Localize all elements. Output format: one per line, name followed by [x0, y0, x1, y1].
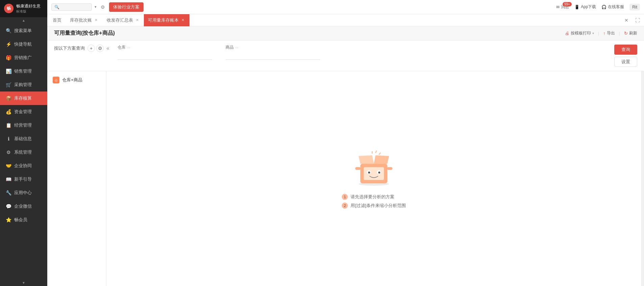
refresh-button[interactable]: ↻ 刷新 [624, 30, 637, 36]
sidebar-item-purchase[interactable]: 🛒 采购管理 [0, 78, 47, 92]
app-icon: 📱 [574, 5, 579, 9]
service-button[interactable]: 🎧 在线客服 [601, 4, 624, 10]
tab-in-out-summary-close[interactable]: ✕ [135, 18, 139, 23]
tab-in-out-summary[interactable]: 收发存汇总表 ✕ [103, 14, 144, 26]
sidebar-scroll-up[interactable]: ▲ [0, 17, 47, 24]
empty-hint-2: 2 用[过滤]条件来缩小分析范围 [342, 203, 406, 209]
sidebar-item-appcenter-label: 应用中心 [14, 190, 32, 196]
industry-solution-button[interactable]: 体验行业方案 [109, 2, 144, 12]
message-button[interactable]: ✉ 消息 99+ [556, 4, 569, 10]
tabs-window-controls: ✕ ⛶ [622, 16, 643, 24]
settings-button[interactable]: 设置 [614, 57, 637, 67]
sidebar-logo: 畅 [4, 4, 14, 13]
goods-ellipsis-btn[interactable]: ··· [235, 45, 238, 50]
query-area: 按以下方案查询 + ⚙ « 仓库 ··· 商品 [47, 41, 644, 71]
sidebar-item-guide[interactable]: 📖 新手引导 [0, 173, 47, 186]
hint-text-2: 用[过滤]条件来缩小分析范围 [351, 203, 406, 209]
scheme-label: 按以下方案查询 [54, 45, 85, 51]
warehouse-input[interactable] [118, 52, 212, 60]
tab-available-qty-close[interactable]: ✕ [181, 18, 185, 23]
sidebar-scroll-down[interactable]: ▼ [0, 279, 47, 286]
add-scheme-button[interactable]: + [87, 45, 95, 52]
tab-batch-ledger[interactable]: 库存批次账 ✕ [66, 14, 103, 26]
right-scrollbar[interactable] [641, 71, 644, 286]
sidebar-version: 标准版 [16, 9, 41, 14]
page-header-actions: 🖨 按模板打印 ▾ | ↑ 导出 | ↻ 刷新 [565, 30, 637, 36]
print-icon: 🖨 [565, 31, 569, 36]
sidebar-item-quicknav[interactable]: ⚡ 快捷导航 [0, 37, 47, 51]
sidebar-item-marketing[interactable]: 🎁 营销推广 [0, 51, 47, 64]
svg-line-12 [376, 151, 377, 153]
topbar-search-box[interactable]: 🔍 [51, 3, 92, 11]
sidebar-item-system[interactable]: ⚙ 系统管理 [0, 146, 47, 159]
warehouse-ellipsis-btn[interactable]: ··· [127, 45, 130, 50]
goods-input[interactable] [226, 52, 320, 60]
sidebar-item-finance[interactable]: 💰 资金管理 [0, 105, 47, 119]
sidebar-nav: 🔍 搜索菜单 ⚡ 快捷导航 🎁 营销推广 📊 销售管理 🛒 采购管理 📦 库存核… [0, 24, 47, 279]
export-button[interactable]: ↑ 导出 [603, 30, 615, 36]
sidebar-item-search[interactable]: 🔍 搜索菜单 [0, 24, 47, 37]
user-menu-button[interactable]: Rit [629, 4, 640, 10]
divider1: | [598, 31, 599, 36]
sales-icon: 📊 [5, 68, 11, 74]
topbar-dropdown-btn[interactable]: ▾ [95, 5, 97, 9]
sidebar-item-base-info[interactable]: ℹ 基础信息 [0, 132, 47, 146]
hint-num-2: 2 [342, 203, 348, 209]
tab-available-qty-label: 可用量库存账本 [148, 17, 179, 23]
scheme-item-warehouse-goods[interactable]: ◎ 仓库+商品 [47, 74, 106, 86]
tab-home[interactable]: 首页 [49, 14, 66, 26]
main-area: 🔍 ▾ ⚙ 体验行业方案 ✉ 消息 99+ 📱 App下载 🎧 在线客服 Rit [47, 0, 644, 286]
empty-illustration [354, 149, 394, 186]
sidebar-item-purchase-label: 采购管理 [14, 82, 32, 88]
print-label: 按模板打印 [571, 30, 591, 36]
manage-scheme-button[interactable]: ⚙ [96, 45, 104, 52]
sidebar-item-appcenter[interactable]: 🔧 应用中心 [0, 186, 47, 200]
guide-icon: 📖 [5, 176, 11, 182]
topbar-right: ✉ 消息 99+ 📱 App下载 🎧 在线客服 Rit [556, 4, 640, 10]
sidebar-item-finance-label: 资金管理 [14, 109, 32, 115]
sidebar: 畅 畅康通好生意 标准版 ▲ 🔍 搜索菜单 ⚡ 快捷导航 🎁 营销推广 📊 销售… [0, 0, 47, 286]
sidebar-item-guide-label: 新手引导 [14, 176, 32, 182]
query-actions: 查询 设置 [614, 45, 637, 67]
tab-available-qty[interactable]: 可用量库存账本 ✕ [144, 14, 189, 26]
collapse-scheme-button[interactable]: « [105, 45, 111, 52]
topbar-search-input[interactable] [61, 5, 88, 9]
content-wrapper: ◎ 仓库+商品 [47, 71, 644, 286]
main-content: 1 请先选择要分析的方案 2 用[过滤]条件来缩小分析范围 [106, 71, 641, 286]
appcenter-icon: 🔧 [5, 190, 11, 196]
query-button[interactable]: 查询 [614, 45, 637, 55]
sidebar-item-marketing-label: 营销推广 [14, 55, 32, 61]
hint-num-1: 1 [342, 194, 348, 200]
sidebar-item-inventory-label: 库存核算 [14, 95, 32, 101]
export-label: 导出 [607, 30, 615, 36]
sidebar-item-quicknav-label: 快捷导航 [14, 41, 32, 47]
sidebar-item-collab[interactable]: 🤝 企业协同 [0, 159, 47, 173]
app-download-button[interactable]: 📱 App下载 [574, 4, 596, 10]
message-icon: ✉ [556, 5, 560, 9]
marketing-icon: 🎁 [5, 55, 11, 61]
sidebar-item-base-info-label: 基础信息 [14, 136, 32, 142]
query-fields: 仓库 ··· 商品 ··· [118, 45, 614, 60]
sidebar-item-vip[interactable]: ⭐ 畅会员 [0, 213, 47, 227]
sidebar-item-sales[interactable]: 📊 销售管理 [0, 64, 47, 78]
tab-expand-btn[interactable]: ⛶ [633, 16, 643, 24]
sidebar-header: 畅 畅康通好生意 标准版 [0, 0, 47, 17]
tab-close-btn[interactable]: ✕ [622, 16, 631, 24]
svg-marker-2 [359, 155, 374, 164]
tab-batch-ledger-close[interactable]: ✕ [94, 18, 98, 23]
sidebar-item-inventory[interactable]: 📦 库存核算 [0, 92, 47, 105]
hint-text-1: 请先选择要分析的方案 [351, 194, 394, 200]
vip-icon: ⭐ [5, 217, 11, 223]
sidebar-item-management[interactable]: 📋 经营管理 [0, 119, 47, 132]
topbar-gear-btn[interactable]: ⚙ [99, 3, 106, 11]
svg-marker-3 [374, 155, 389, 164]
print-template-button[interactable]: 🖨 按模板打印 ▾ [565, 30, 594, 36]
inventory-icon: 📦 [5, 95, 11, 101]
scheme-panel: ◎ 仓库+商品 [47, 71, 106, 286]
empty-state: 1 请先选择要分析的方案 2 用[过滤]条件来缩小分析范围 [342, 149, 406, 209]
sidebar-item-wxwork[interactable]: 💬 企业微信 [0, 200, 47, 213]
topbar: 🔍 ▾ ⚙ 体验行业方案 ✉ 消息 99+ 📱 App下载 🎧 在线客服 Rit [47, 0, 644, 14]
divider2: | [619, 31, 620, 36]
page-header: 可用量查询(按仓库+商品) 🖨 按模板打印 ▾ | ↑ 导出 | ↻ 刷新 [47, 26, 644, 41]
sidebar-item-collab-label: 企业协同 [14, 163, 32, 169]
